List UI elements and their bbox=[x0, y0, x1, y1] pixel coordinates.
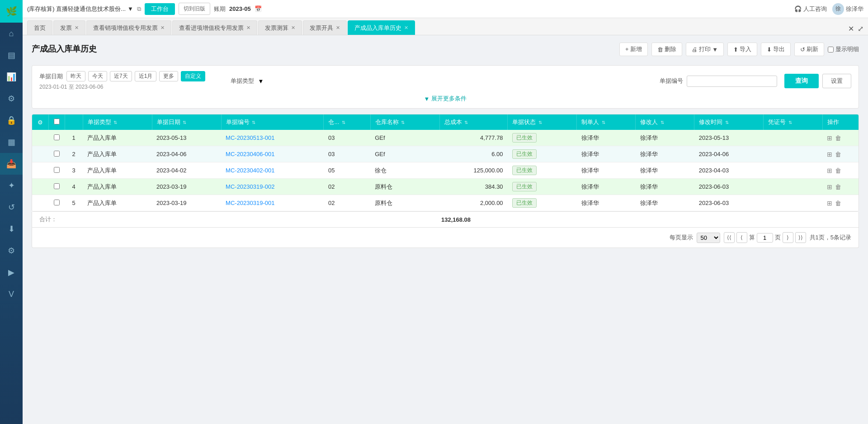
next-page-button[interactable]: ⟩ bbox=[783, 232, 793, 243]
row-number[interactable]: MC-20230406-001 bbox=[221, 146, 324, 162]
sidebar-item-inbox[interactable]: 📥 bbox=[0, 153, 23, 175]
close-icon[interactable]: ✕ bbox=[404, 25, 408, 31]
first-page-button[interactable]: ⟨⟨ bbox=[724, 232, 735, 243]
tab-invoice-calc[interactable]: 发票测算 ✕ bbox=[258, 20, 302, 35]
row-number[interactable]: MC-20230319-002 bbox=[221, 179, 324, 195]
close-icon[interactable]: ✕ bbox=[336, 25, 340, 31]
query-button[interactable]: 查询 bbox=[784, 74, 819, 88]
sidebar-item-download[interactable]: ⬇ bbox=[0, 218, 23, 240]
last-page-button[interactable]: ⟩⟩ bbox=[795, 232, 806, 243]
sidebar-item-settings[interactable]: ⚙ bbox=[0, 88, 23, 110]
total-cost-col-header[interactable]: 总成本 ⇅ bbox=[439, 114, 507, 130]
edit-icon[interactable]: ⊞ bbox=[827, 134, 832, 142]
close-icon[interactable]: ✕ bbox=[75, 25, 79, 31]
print-button[interactable]: 🖨 打印 ▼ bbox=[686, 43, 724, 56]
prev-page-button[interactable]: ⟨ bbox=[736, 232, 747, 243]
tab-product-history[interactable]: 产成品入库单历史 ✕ bbox=[348, 20, 415, 35]
row-number[interactable]: MC-20230513-001 bbox=[221, 130, 324, 146]
sidebar-item-doc[interactable]: ▤ bbox=[0, 44, 23, 66]
row-checkbox-cell[interactable] bbox=[48, 146, 65, 162]
warehouse-code-col-header[interactable]: 仓... ⇅ bbox=[324, 114, 370, 130]
row-checkbox[interactable] bbox=[54, 134, 60, 140]
calendar-icon[interactable]: 📅 bbox=[255, 5, 262, 12]
tab-invoice[interactable]: 发票 ✕ bbox=[53, 20, 85, 35]
select-all-checkbox[interactable] bbox=[54, 119, 60, 124]
delete-row-icon[interactable]: 🗑 bbox=[835, 151, 841, 158]
edit-icon[interactable]: ⊞ bbox=[827, 183, 832, 191]
row-number[interactable]: MC-20230319-001 bbox=[221, 195, 324, 211]
type-col-header[interactable]: 单据类型 ⇅ bbox=[83, 114, 152, 130]
delete-row-icon[interactable]: 🗑 bbox=[835, 200, 841, 207]
tab-purchase-invoice[interactable]: 查看进项增值税专用发票 ✕ bbox=[172, 20, 257, 35]
tab-home[interactable]: 首页 bbox=[27, 20, 52, 35]
workbench-button[interactable]: 工作台 bbox=[145, 3, 175, 15]
number-filter-input[interactable] bbox=[687, 76, 777, 87]
tab-invoice-issue[interactable]: 发票开具 ✕ bbox=[303, 20, 347, 35]
creator-col-header[interactable]: 制单人 ⇅ bbox=[577, 114, 636, 130]
settings-col-header[interactable]: ⚙ bbox=[32, 114, 48, 130]
sidebar-item-stamp[interactable]: ✦ bbox=[0, 175, 23, 196]
export-button[interactable]: ⬇ 导出 bbox=[761, 43, 791, 56]
delete-row-icon[interactable]: 🗑 bbox=[835, 134, 841, 142]
import-button[interactable]: ⬆ 导入 bbox=[727, 43, 757, 56]
show-detail-checkbox[interactable]: 显示明细 bbox=[828, 45, 859, 53]
voucher-col-header[interactable]: 凭证号 ⇅ bbox=[764, 114, 822, 130]
tab-sales-invoice[interactable]: 查看销项增值税专用发票 ✕ bbox=[86, 20, 171, 35]
type-select[interactable]: ▼ bbox=[258, 78, 393, 85]
sidebar-item-play[interactable]: ▶ bbox=[0, 262, 23, 283]
sidebar-item-refresh[interactable]: ↺ bbox=[0, 196, 23, 218]
sidebar-item-lock[interactable]: 🔒 bbox=[0, 110, 23, 131]
row-checkbox[interactable] bbox=[54, 151, 60, 157]
date-btn-yesterday[interactable]: 昨天 bbox=[66, 71, 85, 81]
modifier-col-header[interactable]: 修改人 ⇅ bbox=[636, 114, 694, 130]
row-checkbox[interactable] bbox=[54, 183, 60, 189]
date-btn-more[interactable]: 更多 bbox=[159, 71, 178, 81]
new-button[interactable]: + 新增 bbox=[619, 43, 648, 56]
close-icon[interactable]: ✕ bbox=[291, 25, 295, 31]
row-checkbox-cell[interactable] bbox=[48, 195, 65, 211]
date-col-header[interactable]: 单据日期 ⇅ bbox=[152, 114, 221, 130]
per-page-select[interactable]: 50 100 200 bbox=[697, 233, 720, 243]
page-number-input[interactable] bbox=[757, 233, 773, 243]
settings-button[interactable]: 设置 bbox=[822, 74, 851, 88]
number-col-header[interactable]: 单据编号 ⇅ bbox=[221, 114, 324, 130]
old-version-button[interactable]: 切到旧版 bbox=[179, 3, 210, 15]
modify-time-col-header[interactable]: 修改时间 ⇅ bbox=[694, 114, 764, 130]
edit-icon[interactable]: ⊞ bbox=[827, 151, 832, 158]
close-icon[interactable]: ✕ bbox=[160, 25, 165, 31]
sidebar-item-home[interactable]: ⌂ bbox=[0, 23, 23, 44]
delete-button[interactable]: 🗑 删除 bbox=[651, 43, 682, 56]
close-icon[interactable]: ✕ bbox=[246, 25, 250, 31]
help-button[interactable]: 🎧 人工咨询 bbox=[794, 5, 827, 13]
refresh-button[interactable]: ↺ 刷新 bbox=[794, 43, 824, 56]
sidebar-item-gear[interactable]: ⚙ bbox=[0, 240, 23, 262]
date-btn-today[interactable]: 今天 bbox=[88, 71, 107, 81]
date-btn-custom[interactable]: 自定义 bbox=[181, 71, 205, 81]
checkbox-col-header[interactable] bbox=[48, 114, 65, 130]
user-menu[interactable]: 徐 徐泽华 bbox=[832, 3, 863, 15]
status-col-header[interactable]: 单据状态 ⇅ bbox=[508, 114, 577, 130]
date-btn-7days[interactable]: 近7天 bbox=[110, 71, 132, 81]
sidebar-item-grid[interactable]: ▦ bbox=[0, 131, 23, 153]
date-btn-1month[interactable]: 近1月 bbox=[135, 71, 157, 81]
delete-row-icon[interactable]: 🗑 bbox=[835, 183, 841, 191]
row-checkbox[interactable] bbox=[54, 200, 60, 205]
copy-icon[interactable]: ⧉ bbox=[137, 5, 141, 13]
sidebar-item-chart[interactable]: 📊 bbox=[0, 66, 23, 88]
row-checkbox-cell[interactable] bbox=[48, 179, 65, 195]
company-selector[interactable]: (库存核算) 直播轻捷通信息技术股份... ▼ bbox=[27, 5, 133, 13]
row-checkbox-cell[interactable] bbox=[48, 130, 65, 146]
row-checkbox-cell[interactable] bbox=[48, 162, 65, 179]
sidebar-item-v[interactable]: V bbox=[0, 283, 23, 305]
expand-more-button[interactable]: ▼ 展开更多条件 bbox=[39, 95, 851, 103]
warehouse-name-col-header[interactable]: 仓库名称 ⇅ bbox=[370, 114, 439, 130]
edit-icon[interactable]: ⊞ bbox=[827, 167, 832, 174]
row-number[interactable]: MC-20230402-001 bbox=[221, 162, 324, 179]
maximize-icon[interactable]: ⤢ bbox=[858, 24, 863, 33]
show-detail-input[interactable] bbox=[828, 47, 834, 52]
delete-row-icon[interactable]: 🗑 bbox=[835, 167, 841, 174]
row-checkbox[interactable] bbox=[54, 167, 60, 173]
row-type: 产品入库单 bbox=[83, 179, 152, 195]
minimize-icon[interactable]: ✕ bbox=[848, 24, 854, 33]
edit-icon[interactable]: ⊞ bbox=[827, 200, 832, 207]
